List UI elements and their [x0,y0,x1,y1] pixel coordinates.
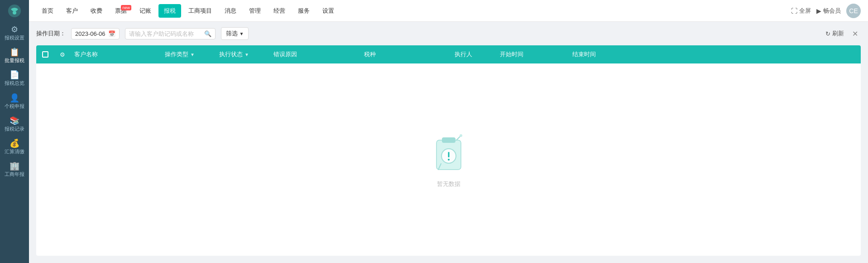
refresh-button[interactable]: ↻ 刷新 [825,29,844,38]
nav-billing[interactable]: 收费 [85,4,108,18]
th-settings: ⚙ [54,47,71,63]
nav-clients[interactable]: 客户 [61,4,83,18]
th-tax-type: 税种 [360,46,451,63]
avatar-text: CE [849,7,858,15]
fullscreen-icon: ⛶ [791,7,797,15]
member-button[interactable]: ▶ 畅会员 [816,7,841,15]
sidebar-item-baoshui-zonglian[interactable]: 📄 报税总览 [0,67,29,90]
table-header: ⚙ 客户名称 操作类型 ▼ 执行状态 ▼ 错误原因 税种 [36,45,861,63]
sort-icon: ▼ [190,52,195,57]
th-checkbox[interactable] [36,47,54,62]
video-icon: ▶ [816,7,821,15]
fullscreen-button[interactable]: ⛶ 全屏 [791,7,811,15]
nav-messages[interactable]: 消息 [219,4,242,18]
date-input[interactable]: 2023-06-06 📅 [71,28,120,39]
search-icon: 🔍 [204,30,211,37]
date-value: 2023-06-06 [75,30,106,37]
nav-tax[interactable]: 报税 [158,4,181,18]
nav-settings[interactable]: 设置 [317,4,340,18]
th-operation-type: 操作类型 ▼ [161,46,216,63]
svg-rect-5 [448,152,449,157]
select-all-checkbox[interactable] [42,51,48,58]
gear-icon: ⚙ [60,51,65,58]
search-box[interactable]: 🔍 [125,28,216,39]
table-container: ⚙ 客户名称 操作类型 ▼ 执行状态 ▼ 错误原因 税种 [36,45,861,256]
close-button[interactable]: ✕ [849,29,861,39]
th-executor: 执行人 [451,46,496,63]
nav-invoice[interactable]: 票据 new [110,4,132,18]
sidebar-item-label: 报税总览 [5,80,24,86]
new-badge: new [121,5,131,11]
empty-illustration [428,131,469,176]
chevron-down-icon: ▼ [240,31,244,36]
record-icon: 📚 [10,117,19,125]
filter-button[interactable]: 筛选 ▼ [221,27,249,40]
svg-point-9 [460,134,462,137]
annual-report-icon: 🏢 [10,162,19,170]
sidebar-item-label: 批量报税 [5,58,24,63]
nav-services[interactable]: 服务 [293,4,315,18]
settlement-icon: 💰 [10,139,19,147]
fullscreen-label: 全屏 [799,7,811,15]
th-exec-status: 执行状态 ▼ [216,46,270,63]
svg-point-6 [448,159,450,161]
settings-icon: ⚙ [11,25,18,34]
sidebar: ⚙ 报税设置 📋 批量报税 📄 报税总览 👤 个税申报 📚 报税记录 💰 汇算清… [0,0,29,263]
date-label: 操作日期： [36,29,66,38]
filter-label: 筛选 [226,29,238,38]
nav-management[interactable]: 管理 [244,4,266,18]
nav-bookkeeping[interactable]: 记账 [134,4,157,18]
sidebar-item-label: 工商年报 [5,171,24,177]
avatar[interactable]: CE [846,4,861,18]
content-area: 操作日期： 2023-06-06 📅 🔍 筛选 ▼ ↻ 刷新 ✕ [29,22,868,263]
refresh-label: 刷新 [832,29,844,38]
topnav: 首页 客户 收费 票据 new 记账 报税 工商项目 消息 管理 经营 服务 设… [29,0,868,22]
th-client-name: 客户名称 [71,46,161,63]
svg-point-1 [13,11,16,15]
calendar-icon: 📅 [108,30,115,37]
sidebar-item-geshui-shenbao[interactable]: 👤 个税申报 [0,90,29,113]
nav-items: 首页 客户 收费 票据 new 记账 报税 工商项目 消息 管理 经营 服务 设… [36,4,791,18]
nav-business[interactable]: 工商项目 [183,4,217,18]
sidebar-item-huisuan-jiaona[interactable]: 💰 汇算清缴 [0,136,29,158]
personal-tax-icon: 👤 [10,94,19,102]
main-area: 首页 客户 收费 票据 new 记账 报税 工商项目 消息 管理 经营 服务 设… [29,0,868,263]
th-end-time: 结束时间 [569,46,641,63]
th-error-reason: 错误原因 [270,46,360,63]
refresh-icon: ↻ [825,30,830,37]
search-input[interactable] [129,30,201,37]
empty-text: 暂无数据 [437,180,460,188]
table-body: 暂无数据 [36,63,861,256]
sidebar-item-piliang-baoshui[interactable]: 📋 批量报税 [0,44,29,67]
topnav-right: ⛶ 全屏 ▶ 畅会员 CE [791,4,861,18]
overview-icon: 📄 [10,71,19,79]
sidebar-item-label: 汇算清缴 [5,149,24,155]
sidebar-item-label: 个税申报 [5,103,24,109]
sidebar-item-gongshang-nianbao[interactable]: 🏢 工商年报 [0,158,29,181]
member-label: 畅会员 [823,7,841,15]
toolbar: 操作日期： 2023-06-06 📅 🔍 筛选 ▼ ↻ 刷新 ✕ [29,22,868,45]
logo [0,0,29,22]
batch-tax-icon: 📋 [10,48,19,56]
sidebar-item-baoshui-jilu[interactable]: 📚 报税记录 [0,113,29,136]
sidebar-item-label: 报税记录 [5,126,24,132]
nav-operations[interactable]: 经营 [268,4,291,18]
sidebar-item-label: 报税设置 [5,35,24,41]
svg-rect-3 [442,137,456,143]
nav-home[interactable]: 首页 [36,4,59,18]
sidebar-item-baoshui-shezhi[interactable]: ⚙ 报税设置 [0,22,29,44]
th-start-time: 开始时间 [496,46,569,63]
sort-icon: ▼ [245,52,249,57]
